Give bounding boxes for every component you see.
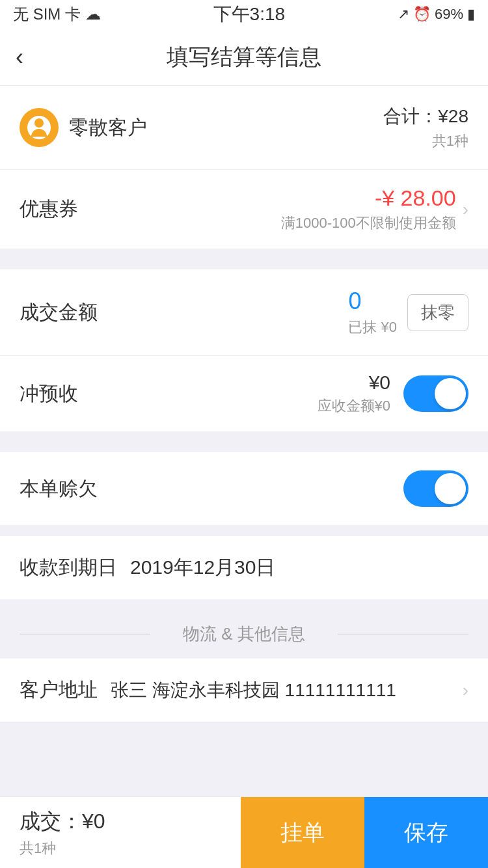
section-divider-3 [0, 599, 488, 610]
customer-left: 零散客户 [20, 108, 147, 147]
customer-section: 零散客户 合计：¥28 共1种 优惠券 -¥ 28.00 满1000-100不限… [0, 86, 488, 249]
coupon-amount: -¥ 28.00 [281, 185, 456, 211]
bottom-deal-label: 成交：¥0 [20, 807, 221, 836]
battery-text: 69% [435, 6, 463, 23]
coupon-label: 优惠券 [20, 196, 78, 223]
due-date-value: 2019年12月30日 [130, 554, 275, 581]
page-title: 填写结算等信息 [167, 42, 321, 72]
round-zero-button[interactable]: 抹零 [407, 294, 468, 331]
bottom-info: 成交：¥0 共1种 [0, 807, 241, 858]
deal-amount-label: 成交金额 [20, 299, 98, 326]
battery-icon: ▮ [467, 6, 475, 23]
coupon-value-block: -¥ 28.00 满1000-100不限制使用金额 [281, 185, 456, 233]
debt-toggle-knob [435, 473, 466, 504]
pre-collect-right: ¥0 应收金额¥0 [318, 372, 468, 416]
bottom-count: 共1种 [20, 839, 221, 858]
status-left: 无 SIM 卡 ☁ [13, 4, 101, 25]
logistics-section: 物流 & 其他信息 [0, 610, 488, 658]
logistics-label: 物流 & 其他信息 [0, 623, 488, 645]
deal-value-block: 0 已抹 ¥0 [348, 288, 397, 337]
pre-collect-label: 冲预收 [20, 381, 78, 407]
signal-text: 无 SIM 卡 ☁ [13, 4, 101, 25]
status-right: ↗ ⏰ 69% ▮ [398, 6, 475, 23]
customer-row: 零散客户 合计：¥28 共1种 [0, 86, 488, 169]
address-label: 客户地址 [20, 677, 98, 703]
avatar-icon [27, 116, 51, 139]
bottom-deal-text: 成交： [20, 809, 82, 833]
status-bar: 无 SIM 卡 ☁ 下午3:18 ↗ ⏰ 69% ▮ [0, 0, 488, 29]
pre-collect-sub: 应收金额¥0 [318, 396, 390, 416]
address-value: 张三 海淀永丰科技园 11111111111 [111, 678, 463, 703]
debt-toggle[interactable] [403, 470, 468, 507]
bottom-bar: 成交：¥0 共1种 挂单 保存 [0, 796, 488, 868]
pre-collect-values: ¥0 应收金额¥0 [318, 372, 390, 416]
save-button[interactable]: 保存 [364, 797, 488, 869]
hold-button[interactable]: 挂单 [241, 797, 364, 869]
debt-row: 本单赊欠 [0, 452, 488, 525]
customer-right: 合计：¥28 共1种 [383, 104, 468, 151]
address-chevron-icon: › [463, 680, 468, 701]
coupon-right: -¥ 28.00 满1000-100不限制使用金额 › [281, 185, 468, 233]
deal-amount-value: 0 [348, 288, 397, 315]
debt-label: 本单赊欠 [20, 476, 98, 502]
customer-count: 共1种 [383, 131, 468, 151]
pre-collect-row: 冲预收 ¥0 应收金额¥0 [0, 355, 488, 431]
deal-section: 成交金额 0 已抹 ¥0 抹零 冲预收 ¥0 应收金额¥0 [0, 269, 488, 431]
due-date-row: 收款到期日 2019年12月30日 [0, 536, 488, 599]
coupon-chevron-icon: › [463, 199, 468, 220]
status-time: 下午3:18 [213, 2, 286, 27]
address-row[interactable]: 客户地址 张三 海淀永丰科技园 11111111111 › [0, 658, 488, 722]
content: 零散客户 合计：¥28 共1种 优惠券 -¥ 28.00 满1000-100不限… [0, 86, 488, 800]
bottom-deal-value: ¥0 [82, 809, 105, 833]
alarm-icon: ⏰ [413, 6, 431, 23]
customer-avatar [20, 108, 59, 147]
address-section: 客户地址 张三 海淀永丰科技园 11111111111 › [0, 658, 488, 722]
section-divider-2 [0, 442, 488, 452]
deal-amount-sub: 已抹 ¥0 [348, 318, 397, 337]
pre-collect-amount: ¥0 [318, 372, 390, 394]
deal-right: 0 已抹 ¥0 抹零 [348, 288, 468, 337]
nav-bar: ‹ 填写结算等信息 [0, 29, 488, 86]
pre-collect-toggle[interactable] [403, 375, 468, 412]
due-date-label: 收款到期日 [20, 554, 117, 581]
back-button[interactable]: ‹ [16, 44, 23, 71]
section-divider-1 [0, 259, 488, 269]
deal-amount-row: 成交金额 0 已抹 ¥0 抹零 [0, 269, 488, 355]
toggle-knob [435, 378, 466, 409]
customer-name: 零散客户 [69, 115, 147, 141]
customer-total: 合计：¥28 [383, 104, 468, 129]
coupon-desc: 满1000-100不限制使用金额 [281, 213, 456, 233]
coupon-row[interactable]: 优惠券 -¥ 28.00 满1000-100不限制使用金额 › [0, 169, 488, 249]
location-icon: ↗ [398, 6, 409, 23]
